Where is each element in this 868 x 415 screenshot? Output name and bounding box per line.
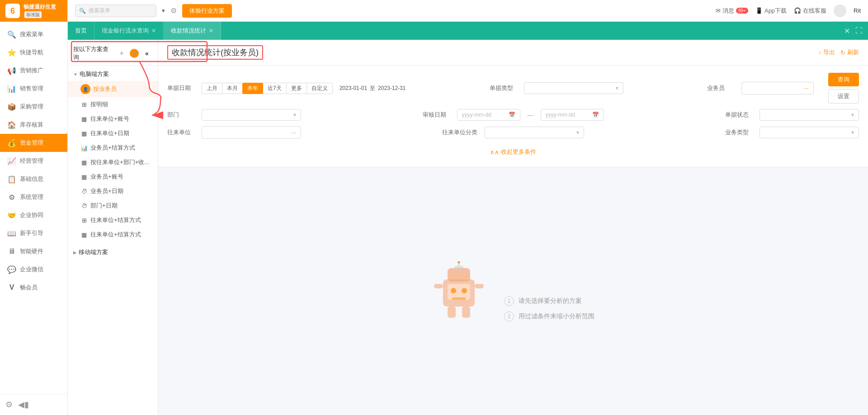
sidebar-nav: 🔍 搜索菜单 ⭐ 快捷导航 📢 营销推广 📊 销售管理 📦 采购管理 🏠 库存核… [0,22,67,394]
sidebar-item-member[interactable]: V 畅会员 [0,278,67,297]
department-label: 部门 [167,111,194,119]
sidebar-item-label: 库存核算 [20,121,43,129]
topbar-settings-icon[interactable]: ⚙ [170,6,177,15]
sidebar-item-finance[interactable]: 💰 资金管理 [0,134,67,152]
date-tab-this-month[interactable]: 本月 [222,83,243,94]
tab-cash-flow-close[interactable]: ✕ [151,28,156,34]
online-service-btn[interactable]: 🎧 在线客服 [794,7,826,15]
filter-date-tabs: 上月 本月 本年 近7天 更多 自定义 [202,83,332,94]
audit-date-dash: — [528,112,533,118]
sidebar-item-marketing[interactable]: 📢 营销推广 [0,61,67,80]
right-panel: 收款情况统计(按业务员) ↑ 导出 ↻ 刷新 单据日期 [158,40,868,415]
filter-row-1: 单据日期 上月 本月 本年 近7天 更多 自定义 2023-01-01 至 20… [167,73,859,104]
collapse-sidebar-icon[interactable]: ◀▮ [18,400,29,410]
tree-item-salesperson-settlement[interactable]: 📊 业务员+结算方式 [68,141,158,155]
sidebar-item-hardware[interactable]: 🖥 智能硬件 [0,242,67,260]
sidebar-item-basic-info[interactable]: 📋 基础信息 [0,170,67,188]
tab-home[interactable]: 首页 [68,22,94,40]
tree-item-label: 按业务员 [93,85,117,93]
tree-item-unit-settlement2[interactable]: ▦ 往来单位+结算方式 [68,227,158,242]
messages-btn[interactable]: ✉ 消息 99+ [716,7,748,15]
refresh-button[interactable]: ↻ 刷新 [840,48,859,57]
tree-group-mobile: ▶ 移动端方案 [68,244,158,261]
topbar-search-box[interactable]: 🔍 搜索菜单 [75,5,156,17]
business-type-label: 业务类型 [725,128,752,137]
app-download-btn[interactable]: 📱 App下载 [755,7,787,15]
sidebar-item-inventory[interactable]: 🏠 库存核算 [0,116,67,134]
topbar-search-placeholder: 搜索菜单 [89,7,110,14]
tree-item-salesperson-date[interactable]: ⏱ 业务员+日期 [68,184,158,198]
svg-point-2 [451,288,456,293]
audit-date-to[interactable]: yyyy-mm-dd 📅 [541,109,604,121]
tree-item-salesperson-account[interactable]: ▦ 业务员+账号 [68,170,158,184]
add-scheme-btn[interactable]: + [116,48,127,59]
tree-item-unit-settlement1[interactable]: ⊞ 往来单位+结算方式 [68,213,158,227]
settings-button[interactable]: 设置 [828,89,859,104]
date-tab-this-year[interactable]: 本年 [242,83,263,94]
step-text-2: 用过滤条件来缩小分析范围 [519,312,594,321]
voucher-type-select[interactable]: ▾ [524,82,623,94]
sidebar-item-label: 快捷导航 [20,48,43,57]
counterpart-more-btn[interactable]: ··· [291,129,296,136]
sidebar-item-management[interactable]: 📈 经营管理 [0,152,67,170]
department-select[interactable]: ▾ [202,109,301,121]
tree-item-by-salesperson[interactable]: 👤 按业务员 [68,81,158,97]
left-panel-header: 按以下方案查询 + ⚙ « [68,40,158,66]
date-tab-7days[interactable]: 近7天 [263,83,287,94]
date-tab-more[interactable]: 更多 [286,83,307,94]
wechat-icon: 💬 [7,265,16,274]
tree-item-dept-date[interactable]: ⏱ 部门+日期 [68,198,158,213]
tree-item-unit-date[interactable]: ▦ 往来单位+日期 [68,126,158,141]
sidebar-item-enterprise[interactable]: 🤝 企业协同 [0,206,67,224]
tab-receipt-stats[interactable]: 收款情况统计 ✕ [164,22,221,40]
settings-bottom-icon[interactable]: ⚙ [5,400,13,410]
tree-item-unit-dept-collect[interactable]: ▦ 按往来单位+部门+收... [68,155,158,170]
sidebar-item-wechat[interactable]: 💬 企业微信 [0,260,67,278]
export-button[interactable]: ↑ 导出 [819,48,835,57]
date-tab-last-month[interactable]: 上月 [202,83,222,94]
trial-button[interactable]: 体验行业方案 [182,4,232,18]
counterpart-category-select[interactable]: ▾ [485,127,584,138]
tree-item-by-detail[interactable]: ⊞ 按明细 [68,97,158,112]
sidebar-item-label: 新手引导 [20,229,43,237]
logo-name: 畅捷通好生意 [24,4,56,11]
collapse-bar[interactable]: ∧∧ 收起更多条件 [167,144,859,160]
salesperson-more-btn[interactable]: ··· [803,85,809,92]
empty-content: 1 请先选择要分析的方案 2 用过滤条件来缩小分析范围 [432,261,594,321]
salesperson-select[interactable]: ··· [741,82,814,94]
empty-state: 1 请先选择要分析的方案 2 用过滤条件来缩小分析范围 [158,167,868,415]
tree-item-label: 业务员+账号 [90,173,123,181]
tree-group-desktop-header[interactable]: ▼ 电脑端方案 [68,67,158,81]
inventory-icon: 🏠 [7,120,16,129]
sidebar-item-label: 搜索菜单 [20,30,43,38]
sidebar-item-system[interactable]: ⚙ 系统管理 [0,188,67,206]
sidebar-item-purchase[interactable]: 📦 采购管理 [0,98,67,116]
tree-item-label: 往来单位+账号 [90,115,129,123]
tab-close-all-icon[interactable]: ✕ [844,27,850,35]
scheme-settings-btn[interactable]: ⚙ [129,48,140,59]
tree-item-unit-account[interactable]: ▦ 往来单位+账号 [68,112,158,126]
sidebar-item-quicknav[interactable]: ⭐ 快捷导航 [0,43,67,61]
tree-group-mobile-header[interactable]: ▶ 移动端方案 [68,245,158,259]
topbar-search-icon: 🔍 [79,8,86,14]
business-type-select[interactable]: ▾ [760,127,859,138]
svg-rect-4 [452,297,466,300]
tab-receipt-stats-close[interactable]: ✕ [209,28,213,34]
collapse-panel-btn[interactable]: « [142,48,152,59]
sidebar-item-label: 企业微信 [20,265,43,274]
voucher-status-select[interactable]: ▾ [760,109,859,121]
empty-illustration-wrap [432,261,486,321]
user-avatar[interactable] [834,5,846,17]
sidebar-item-guide[interactable]: 📖 新手引导 [0,224,67,242]
table-icon: ▦ [80,115,88,123]
query-button[interactable]: 查询 [828,73,859,86]
sidebar-item-sales[interactable]: 📊 销售管理 [0,80,67,98]
counterpart-select[interactable]: ··· [202,126,301,139]
date-tab-custom[interactable]: 自定义 [307,83,333,94]
tab-fullscreen-icon[interactable]: ⛶ [855,27,863,35]
sidebar-item-search[interactable]: 🔍 搜索菜单 [0,25,67,43]
table-icon-5: ▦ [80,231,88,238]
audit-from-placeholder: yyyy-mm-dd [462,112,491,118]
audit-date-from[interactable]: yyyy-mm-dd 📅 [457,109,520,121]
tab-cash-flow[interactable]: 现金银行流水查询 ✕ [94,22,164,40]
